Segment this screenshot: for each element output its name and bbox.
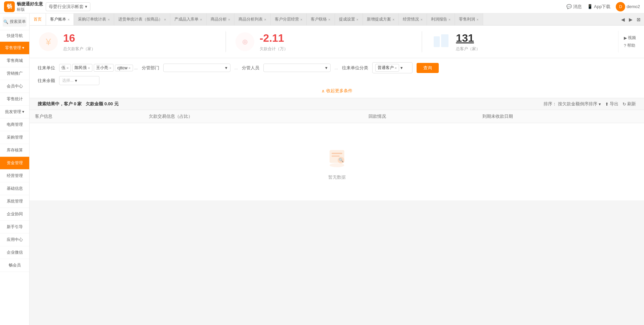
staff-filter-label: 分管人员 [242, 65, 259, 71]
tab-production-in[interactable]: 产成品入库单 × [170, 13, 206, 26]
help-btn[interactable]: ? 帮助 [624, 43, 636, 48]
logo-title: 畅捷通好生意 [17, 1, 43, 7]
result-info: 搜索结果中，客户 0 家 欠款金额 0.00 元 [38, 101, 119, 107]
tab-reminder-settings[interactable]: 提成设置 × [335, 13, 363, 26]
close-tab-icon[interactable]: × [392, 17, 394, 22]
tag-close-icon[interactable]: × [128, 66, 130, 70]
table-container: 客户信息 欠款交易信息（占比） 回款情况 到期未收款日期 [30, 110, 644, 201]
filter-tag-unit-4[interactable]: cjttcw × [115, 65, 133, 71]
close-tab-icon[interactable]: × [476, 17, 478, 22]
balance-filter-label: 往来余额 [38, 78, 55, 84]
tenant-selector[interactable]: 母婴行业演示帐套 ▾ [46, 2, 90, 11]
collapse-row: ∧ 收起更多条件 [38, 88, 636, 94]
sidebar-item-enterprise-wechat[interactable]: 企业微信 [0, 246, 29, 259]
collapse-icon: ∧ [321, 88, 325, 94]
sidebar-item-operation-mgmt[interactable]: 经营管理 [0, 170, 29, 182]
dept-more-icon[interactable]: ... [234, 66, 238, 70]
unit-type-filter-select[interactable]: 普通客户 × ▾ [372, 62, 413, 73]
tabs-left-btn[interactable]: ◀ [620, 16, 626, 23]
tab-purchase-stats-by-product[interactable]: 进货单统计表（按商品） × [114, 13, 170, 26]
staff-filter-select[interactable]: ▾ [263, 64, 331, 72]
collapse-btn[interactable]: ∧ 收起更多条件 [321, 88, 352, 94]
empty-illustration: 🔍 [324, 143, 350, 170]
page-content: ¥ 16 总欠款客户（家） ⊕ [30, 26, 644, 325]
tag-close-icon[interactable]: × [88, 66, 90, 70]
svg-text:⊕: ⊕ [242, 38, 248, 46]
result-bar: 搜索结果中，客户 0 家 欠款金额 0.00 元 排序： 按欠款金额倒序排序 ▾… [30, 98, 644, 110]
sidebar-item-retail-mgmt[interactable]: 零售管理 ▾ [0, 42, 29, 55]
tab-business-situation[interactable]: 经营情况 × [399, 13, 427, 26]
top-bar-right: 💬 消息 📱 App下载 D demo2 [566, 2, 640, 11]
tab-new-achievement-plan[interactable]: 新增提成方案 × [363, 13, 399, 26]
close-tab-icon[interactable]: × [356, 17, 358, 22]
dept-filter-select[interactable]: ▾ [163, 64, 230, 72]
stat-info-debt: -2.11 欠款合计（万） [260, 32, 288, 51]
tab-customer-contact[interactable]: 客户联络 × [307, 13, 335, 26]
tabs-expand-btn[interactable]: ⊠ [635, 16, 642, 23]
top-bar-left: 畅 畅捷通好生意 标版 母婴行业演示帐套 ▾ [4, 1, 90, 12]
chevron-down-icon: ▾ [400, 65, 403, 70]
tag-close-icon[interactable]: × [395, 66, 397, 70]
export-btn[interactable]: ⬆ 导出 [605, 101, 618, 107]
sidebar-item-system-mgmt[interactable]: 系统管理 [0, 195, 29, 208]
refresh-btn[interactable]: ↻ 刷新 [622, 101, 636, 107]
app-download-btn[interactable]: 📱 App下载 [587, 4, 610, 10]
tab-customer-segment[interactable]: 客户分层经营 × [271, 13, 307, 26]
svg-text:🔍: 🔍 [338, 157, 343, 162]
close-tab-icon[interactable]: × [300, 17, 302, 22]
tag-close-icon[interactable]: × [67, 66, 69, 70]
sidebar-item-retail-stats[interactable]: 零售统计 [0, 93, 29, 106]
close-tab-icon[interactable]: × [200, 17, 202, 22]
tab-home[interactable]: 首页 [30, 13, 46, 26]
tab-product-analysis[interactable]: 商品分析 × [207, 13, 234, 26]
sort-select[interactable]: 排序： 按欠款金额倒序排序 ▾ [544, 101, 601, 107]
sidebar-item-new-guide[interactable]: 新手引导 [0, 221, 29, 233]
tag-close-icon[interactable]: × [109, 66, 111, 70]
stat-info-customers: 16 总欠款客户（家） [63, 32, 95, 51]
staff-more-icon[interactable]: ... [335, 66, 338, 70]
video-btn[interactable]: ▶ 视频 [624, 35, 636, 41]
close-tab-icon[interactable]: × [228, 17, 230, 22]
refresh-icon: ↻ [622, 102, 626, 107]
filter-tag-unit-2[interactable]: 陈民强 × [72, 64, 92, 72]
sidebar-item-retail-mall[interactable]: 零售商城 [0, 55, 29, 67]
sidebar-item-member-center[interactable]: 会员中心 [0, 80, 29, 93]
close-tab-icon[interactable]: × [68, 17, 70, 22]
sidebar-item-enterprise-collab[interactable]: 企业协同 [0, 208, 29, 221]
tab-profit-report[interactable]: 利润报告 × [427, 13, 455, 26]
sidebar-item-app-center[interactable]: 应用中心 [0, 233, 29, 246]
logo-icon: 畅 [4, 1, 15, 12]
sidebar-item-ecommerce-mgmt[interactable]: 电商管理 [0, 118, 29, 131]
close-tab-icon[interactable]: × [108, 17, 110, 22]
close-tab-icon[interactable]: × [448, 17, 450, 22]
user-avatar-btn[interactable]: D demo2 [616, 2, 640, 11]
filter-tag-unit-1[interactable]: 伍 × [59, 64, 71, 72]
sidebar-item-member-vip[interactable]: 畅会员 [0, 259, 29, 272]
sidebar-item-marketing[interactable]: 营销推广 [0, 67, 29, 80]
search-menu-button[interactable]: 🔍 搜索菜单 [3, 17, 27, 27]
more-tags-btn[interactable]: ... [134, 66, 138, 70]
sidebar-item-basic-info[interactable]: 基础信息 [0, 182, 29, 195]
sidebar-item-inventory-check[interactable]: 库存核算 [0, 144, 29, 157]
close-tab-icon[interactable]: × [420, 17, 422, 22]
sidebar-item-wholesale-mgmt[interactable]: 批发管理 ▾ [0, 106, 29, 118]
sidebar-item-capital-mgmt[interactable]: 资金管理 [0, 157, 29, 170]
close-tab-icon[interactable]: × [328, 17, 330, 22]
tab-customer-account[interactable]: 客户账本 × [46, 13, 74, 26]
result-actions: 排序： 按欠款金额倒序排序 ▾ ⬆ 导出 ↻ 刷新 [544, 101, 636, 107]
sidebar: 🔍 搜索菜单 快捷导航 零售管理 ▾ 零售商城 营销推广 会员中心 零售统计 批… [0, 13, 30, 325]
tab-retail-profit[interactable]: 零售利润 × [455, 13, 483, 26]
filter-tag-unit-3[interactable]: 王小亮 × [94, 64, 114, 72]
th-repayment: 回款情况 [363, 110, 477, 123]
tab-purchase-order-stats[interactable]: 采购订单统计表 × [74, 13, 114, 26]
balance-filter-input[interactable]: 选择... ▾ [59, 76, 99, 85]
close-tab-icon[interactable]: × [264, 17, 266, 22]
unit-type-tag[interactable]: 普通客户 × [375, 64, 399, 72]
close-tab-icon[interactable]: × [164, 17, 166, 22]
sidebar-item-purchase-mgmt[interactable]: 采购管理 [0, 131, 29, 144]
sidebar-item-quick-nav[interactable]: 快捷导航 [0, 30, 29, 42]
tabs-right-btn[interactable]: ▶ [628, 16, 634, 23]
tab-product-analysis-list[interactable]: 商品分析列表 × [234, 13, 270, 26]
query-button[interactable]: 查询 [417, 63, 439, 73]
message-btn[interactable]: 💬 消息 [566, 4, 582, 10]
